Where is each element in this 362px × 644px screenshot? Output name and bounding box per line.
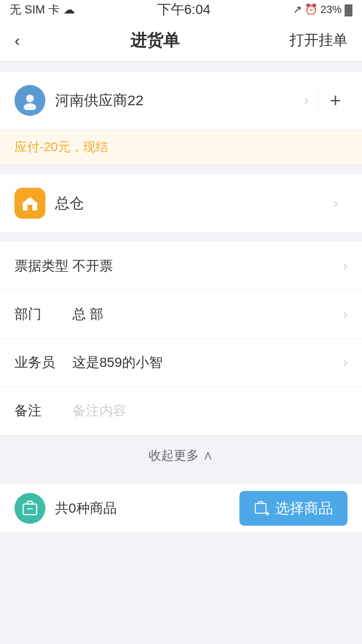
divider	[318, 91, 319, 110]
supplier-row[interactable]: 河南供应商22 › +	[0, 71, 362, 130]
select-goods-button[interactable]: 选择商品	[239, 491, 348, 526]
invoice-type-row[interactable]: 票据类型 不开票 ›	[0, 242, 362, 290]
svg-marker-3	[22, 197, 38, 204]
battery-text: 23%	[320, 3, 342, 16]
bottom-bar: 共0种商品 选择商品	[0, 484, 362, 532]
warehouse-chevron-icon: ›	[334, 196, 338, 211]
department-chevron-icon: ›	[343, 307, 348, 322]
status-right: ↗ ⏰ 23% ▓	[293, 3, 352, 16]
goods-count-text: 共0种商品	[55, 499, 239, 518]
open-pending-button[interactable]: 打开挂单	[290, 30, 348, 50]
supplier-avatar	[14, 85, 45, 116]
location-icon: ↗	[293, 3, 302, 16]
salesperson-chevron-icon: ›	[343, 355, 348, 370]
page-title: 进货单	[130, 29, 180, 52]
status-bar: 无 SIM 卡 ☁ 下午6:04 ↗ ⏰ 23% ▓	[0, 0, 362, 19]
svg-rect-7	[255, 504, 266, 513]
warehouse-icon	[14, 188, 45, 219]
warehouse-row[interactable]: 总仓 ›	[0, 174, 362, 232]
salesperson-label: 业务员	[14, 353, 72, 372]
collapse-label: 收起更多 ∧	[149, 447, 213, 464]
salesperson-row[interactable]: 业务员 这是859的小智 ›	[0, 338, 362, 387]
form-section: 票据类型 不开票 › 部门 总 部 › 业务员 这是859的小智 › 备注 备注…	[0, 242, 362, 435]
invoice-type-chevron-icon: ›	[343, 258, 348, 274]
back-button[interactable]: ‹	[14, 31, 20, 50]
svg-rect-4	[28, 205, 32, 210]
remark-label: 备注	[14, 402, 72, 420]
signal-text: 无 SIM 卡 ☁	[10, 2, 75, 17]
select-goods-label: 选择商品	[275, 499, 333, 518]
department-label: 部门	[14, 305, 72, 323]
warehouse-name: 总仓	[55, 194, 334, 213]
svg-point-1	[24, 103, 36, 110]
battery-icon: ▓	[345, 3, 352, 16]
collapse-row[interactable]: 收起更多 ∧	[0, 436, 362, 475]
remark-placeholder: 备注内容	[72, 402, 348, 420]
page-background	[0, 532, 362, 644]
svg-point-0	[26, 95, 34, 102]
status-time: 下午6:04	[157, 0, 211, 19]
salesperson-value: 这是859的小智	[72, 353, 343, 372]
notice-text: 应付-20元，现结	[14, 140, 108, 154]
section-gap-2	[0, 165, 362, 174]
supplier-card: 河南供应商22 › + 应付-20元，现结	[0, 71, 362, 165]
supplier-chevron-icon: ›	[304, 93, 308, 108]
nav-bar: ‹ 进货单 打开挂单	[0, 19, 362, 62]
alarm-icon: ⏰	[305, 3, 318, 16]
warehouse-card[interactable]: 总仓 ›	[0, 174, 362, 232]
department-row[interactable]: 部门 总 部 ›	[0, 290, 362, 338]
invoice-type-label: 票据类型	[14, 257, 72, 275]
invoice-type-value: 不开票	[72, 257, 343, 275]
remark-row[interactable]: 备注 备注内容	[0, 387, 362, 435]
goods-icon	[14, 493, 45, 524]
notice-bar: 应付-20元，现结	[0, 130, 362, 165]
status-left: 无 SIM 卡 ☁	[10, 2, 75, 17]
department-value: 总 部	[72, 305, 343, 323]
add-supplier-button[interactable]: +	[323, 88, 348, 112]
supplier-name: 河南供应商22	[55, 91, 304, 111]
section-gap-1	[0, 62, 362, 71]
